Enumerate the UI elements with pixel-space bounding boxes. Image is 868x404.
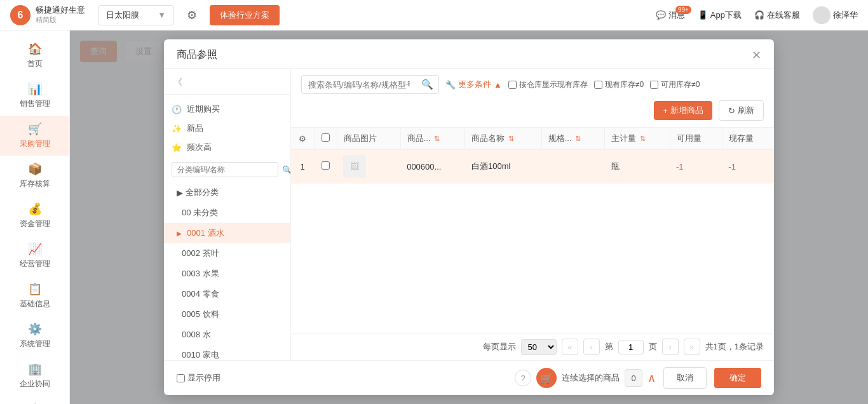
table-row[interactable]: 1 🖼 000600... 白酒100ml: [291, 150, 774, 184]
confirm-button[interactable]: 确定: [714, 368, 761, 388]
shortcut-recent[interactable]: 🕐 近期购买: [164, 100, 290, 119]
sidebar-item-home[interactable]: 🏠 首页: [0, 36, 69, 76]
add-product-button[interactable]: + 新增商品: [654, 101, 712, 120]
sidebar-item-enterprise[interactable]: 🏢 企业协同: [0, 356, 69, 396]
cat-label-tea: 0002 茶叶: [182, 248, 219, 259]
brand-name: 畅捷通好生意: [36, 5, 85, 16]
sidebar-item-guide[interactable]: 🎓 新手引导: [0, 396, 69, 404]
cat-label-water: 0008 水: [182, 329, 211, 340]
sidebar-item-purchase[interactable]: 🛒 采购管理: [0, 116, 69, 156]
cat-item-liquor[interactable]: ▶ 0001 酒水: [164, 223, 290, 243]
modal-footer: 显示停用 ? 🛒 连续选择的商品 0 ∧ 取消 确定: [164, 360, 774, 395]
modal-header: 商品参照 ✕: [164, 39, 774, 69]
available-stock-checkbox-label[interactable]: 可用库存≠0: [650, 79, 700, 90]
warehouse-stock-checkbox-label[interactable]: 按仓库显示现有库存: [508, 79, 588, 90]
modal-close-icon[interactable]: ✕: [752, 50, 761, 61]
td-unit: 瓶: [605, 150, 670, 184]
show-disabled-checkbox[interactable]: [177, 374, 185, 382]
next-page-button[interactable]: ›: [662, 339, 679, 355]
show-disabled-text: 显示停用: [187, 372, 220, 384]
cat-item-fruit[interactable]: 0003 水果: [164, 264, 290, 284]
service-label: 在线客服: [767, 10, 800, 21]
th-image: 商品图片: [337, 128, 400, 150]
nav-user-profile[interactable]: 徐泽华: [813, 6, 858, 24]
row-checkbox[interactable]: [322, 161, 330, 170]
th-available: 可用量: [670, 128, 722, 150]
th-unit[interactable]: 主计量 ⇅: [605, 128, 670, 150]
cat-item-snack[interactable]: 0004 零食: [164, 284, 290, 304]
th-settings[interactable]: ⚙: [291, 128, 314, 150]
sidebar-item-sales[interactable]: 📊 销售管理: [0, 76, 69, 116]
cat-label-all: 全部分类: [186, 187, 219, 198]
cat-item-all[interactable]: ▶ 全部分类: [164, 182, 290, 203]
nav-customer-service[interactable]: 🎧 在线客服: [754, 10, 800, 21]
current-stock-checkbox-label[interactable]: 现有库存≠0: [594, 79, 644, 90]
prev-page-button[interactable]: ‹: [583, 339, 600, 355]
th-name-label: 商品名称: [471, 133, 505, 143]
filter-label: 更多条件: [458, 79, 491, 90]
sidebar-label-basics: 基础信息: [20, 299, 50, 309]
purchase-icon: 🛒: [28, 122, 42, 136]
cat-item-appliance[interactable]: 0010 家电: [164, 345, 290, 360]
trial-button[interactable]: 体验行业方案: [210, 5, 280, 25]
category-search-icon[interactable]: 🔍: [282, 165, 291, 175]
th-name[interactable]: 商品名称 ⇅: [465, 128, 541, 150]
last-page-button[interactable]: »: [684, 339, 700, 355]
collapse-cart-icon[interactable]: ∧: [648, 371, 656, 385]
shortcut-frequent[interactable]: ⭐ 频次高: [164, 138, 290, 157]
td-checkbox[interactable]: [314, 150, 337, 184]
current-stock-label: 现有库存≠0: [605, 79, 644, 90]
sidebar-label-system: 系统管理: [20, 339, 50, 349]
main-panel: 🔍 🔧 更多条件 ▲ 按仓库显示现有库存: [291, 69, 774, 360]
cancel-button[interactable]: 取消: [663, 367, 707, 389]
category-search-area: 🔍: [164, 162, 290, 182]
refresh-button[interactable]: ↻ 刷新: [719, 100, 764, 121]
shortcut-frequent-label: 频次高: [187, 142, 212, 153]
available-stock-checkbox[interactable]: [650, 81, 658, 89]
first-page-button[interactable]: «: [562, 339, 578, 355]
sidebar-item-inventory[interactable]: 📦 库存核算: [0, 156, 69, 196]
th-checkbox: [314, 128, 337, 150]
per-page-select[interactable]: 50 10 20 100: [521, 339, 557, 355]
cat-item-uncategorized[interactable]: 00 未分类: [164, 203, 290, 223]
th-spec[interactable]: 规格... ⇅: [541, 128, 604, 150]
cat-item-tea[interactable]: 0002 茶叶: [164, 243, 290, 264]
more-filter-button[interactable]: 🔧 更多条件 ▲: [445, 79, 502, 90]
cat-label-liquor: 0001 酒水: [187, 227, 224, 239]
phone-icon: 📱: [698, 10, 708, 20]
table-header-row: ⚙ 商品图片 商品... ⇅: [291, 128, 774, 150]
show-disabled-label[interactable]: 显示停用: [177, 372, 220, 384]
sidebar-item-finance[interactable]: 💰 资金管理: [0, 196, 69, 236]
current-page-input[interactable]: [618, 340, 644, 354]
product-search-button[interactable]: 🔍: [416, 76, 438, 93]
select-all-checkbox[interactable]: [322, 133, 330, 142]
shortcut-new-label: 新品: [187, 123, 203, 134]
collapse-panel-button[interactable]: 《: [172, 76, 184, 89]
sidebar-item-operations[interactable]: 📈 经营管理: [0, 236, 69, 276]
product-image: 🖼: [343, 155, 366, 178]
warehouse-stock-label: 按仓库显示现有库存: [519, 79, 588, 90]
nav-messages[interactable]: 💬 消息 99+: [656, 10, 685, 21]
store-selector[interactable]: 日太阳膜 ▼: [98, 5, 174, 25]
sales-icon: 📊: [28, 82, 42, 96]
settings-icon[interactable]: ⚙: [182, 5, 202, 25]
help-icon[interactable]: ?: [515, 370, 531, 386]
category-search-input[interactable]: [172, 162, 278, 177]
shortcut-new[interactable]: ✨ 新品: [164, 119, 290, 138]
home-icon: 🏠: [28, 42, 42, 56]
th-code[interactable]: 商品... ⇅: [400, 128, 465, 150]
product-search-input[interactable]: [302, 77, 416, 93]
sidebar-label-sales: 销售管理: [20, 98, 50, 109]
store-name: 日太阳膜: [106, 10, 139, 21]
current-stock-checkbox[interactable]: [594, 81, 602, 89]
cart-icon[interactable]: 🛒: [536, 368, 557, 388]
nav-app-download[interactable]: 📱 App下载: [698, 10, 742, 21]
sidebar-item-system[interactable]: ⚙️ 系统管理: [0, 316, 69, 356]
shortcut-recent-label: 近期购买: [187, 104, 220, 115]
warehouse-stock-checkbox[interactable]: [508, 81, 517, 89]
sidebar-label-finance: 资金管理: [20, 219, 50, 229]
cat-item-beverage[interactable]: 0005 饮料: [164, 304, 290, 325]
total-pages-info: 共1页，1条记录: [705, 341, 764, 353]
cat-item-water[interactable]: 0008 水: [164, 325, 290, 345]
sidebar-item-basics[interactable]: 📋 基础信息: [0, 276, 69, 316]
